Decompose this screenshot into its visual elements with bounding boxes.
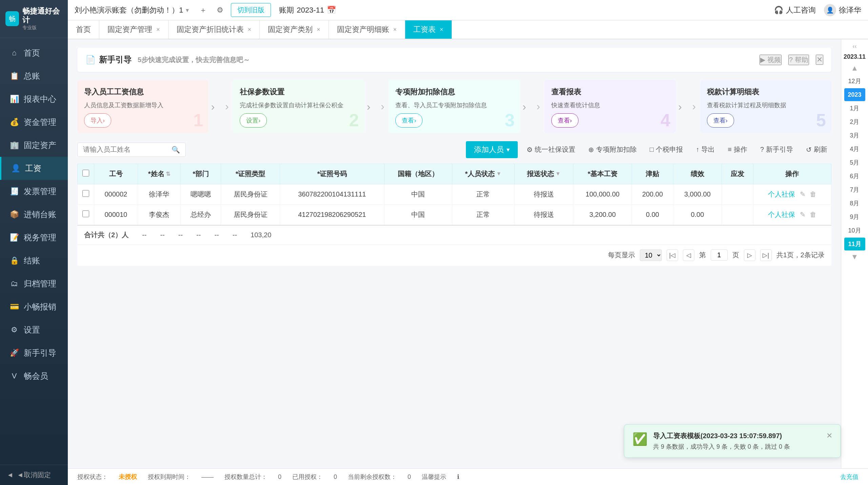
sidebar-item-inventory[interactable]: 📦 进销台账 <box>0 203 68 226</box>
tax-report-btn[interactable]: □ 个税申报 <box>646 142 687 157</box>
operate-btn[interactable]: ≡ 操作 <box>724 142 751 157</box>
name-sort-icon[interactable]: ⇅ <box>166 171 170 177</box>
select-all-checkbox[interactable] <box>82 170 89 176</box>
sidebar-footer[interactable]: ◄ ◄取消固定 <box>0 465 68 485</box>
tab-depreciation[interactable]: 固定资产折旧统计表× <box>169 20 260 39</box>
sidebar-item-finance[interactable]: 💰 资金管理 <box>0 111 68 134</box>
sidebar-item-guide[interactable]: 🚀 新手引导 <box>0 341 68 365</box>
sidebar-item-close[interactable]: 🔒 结账 <box>0 249 68 272</box>
step-btn-5[interactable]: 查看› <box>707 113 734 128</box>
rp-month-2月[interactable]: 2月 <box>844 115 865 128</box>
sidebar-item-reports[interactable]: 📊 报表中心 <box>0 88 68 111</box>
step-btn-1[interactable]: 导入› <box>84 113 111 128</box>
settings-btn[interactable]: ⚙ <box>214 4 226 16</box>
tab-close-fixed-asset[interactable]: × <box>156 26 160 33</box>
sidebar-label-fixed-assets: 固定资产 <box>24 140 56 151</box>
sidebar-item-archive[interactable]: 🗂 归档管理 <box>0 272 68 295</box>
calendar-icon[interactable]: 📅 <box>327 6 336 15</box>
last-page-btn[interactable]: ▷| <box>760 249 772 261</box>
right-panel: ‹‹ 2023.11 ▲ 12月20231月2月3月4月5月6月7月8月9月10… <box>841 39 868 485</box>
tab-close-asset-detail[interactable]: × <box>393 26 397 33</box>
sidebar-item-settings[interactable]: ⚙ 设置 <box>0 318 68 341</box>
row-delete-icon-0[interactable]: 🗑 <box>810 190 816 198</box>
tab-close-asset-type[interactable]: × <box>317 26 320 33</box>
step-arrow-2: › <box>376 80 389 133</box>
rp-month-11月[interactable]: 11月 <box>844 238 865 250</box>
step-btn-2[interactable]: 设置› <box>240 113 267 128</box>
recharge-link[interactable]: 去充值 <box>840 473 859 481</box>
sidebar-item-ledger[interactable]: 📋 总账 <box>0 64 68 88</box>
toast-close-btn[interactable]: ✕ <box>826 431 832 440</box>
guide-btn[interactable]: ? 新手引导 <box>756 142 797 157</box>
sidebar-item-payroll[interactable]: 👤 工资 <box>0 157 68 180</box>
row-name-0[interactable]: 徐泽华 <box>138 184 180 204</box>
status-filter-icon[interactable]: ▼ <box>496 171 501 177</box>
row-ops-link-0[interactable]: 个人社保 <box>768 190 795 198</box>
wizard-help-btn[interactable]: ? 帮助 <box>788 55 809 65</box>
wizard-close-btn[interactable]: ✕ <box>816 55 823 65</box>
row-name-1[interactable]: 李俊杰 <box>138 204 180 225</box>
auth-period-label: 授权到期时间： <box>148 473 191 481</box>
rp-month-3月[interactable]: 3月 <box>844 129 865 142</box>
row-ops-link-1[interactable]: 个人社保 <box>768 211 795 218</box>
panel-down-icon[interactable]: ▼ <box>850 251 860 263</box>
search-wrap: 🔍 <box>77 143 186 157</box>
panel-up-icon[interactable]: ▲ <box>850 62 860 74</box>
tab-close-payroll[interactable]: × <box>440 26 443 33</box>
row-status-0: 正常 <box>452 184 515 204</box>
row-check-0[interactable] <box>82 190 89 197</box>
report-filter-icon[interactable]: ▼ <box>555 171 561 177</box>
version-switch-btn[interactable]: 切到旧版 <box>231 3 271 17</box>
panel-expand-icon[interactable]: ‹‹ <box>853 43 857 50</box>
rp-month-7月[interactable]: 7月 <box>844 183 865 196</box>
add-person-btn[interactable]: 添加人员 ▾ <box>466 141 518 158</box>
step-btn-4[interactable]: 查看› <box>551 113 578 128</box>
sidebar-item-tax[interactable]: 📝 税务管理 <box>0 226 68 249</box>
rp-month-2023[interactable]: 2023 <box>844 88 865 101</box>
sidebar-item-invoices[interactable]: 🧾 发票管理 <box>0 180 68 203</box>
tab-fixed-asset[interactable]: 固定资产管理× <box>99 20 169 39</box>
tab-payroll[interactable]: 工资表× <box>405 20 452 39</box>
wizard-video-btn[interactable]: ▶ 视频 <box>760 55 782 65</box>
per-page-select[interactable]: 10 20 50 <box>640 249 662 261</box>
export-btn[interactable]: ↑ 导出 <box>692 142 719 157</box>
tab-close-depreciation[interactable]: × <box>248 26 252 33</box>
rp-month-1月[interactable]: 1月 <box>844 102 865 115</box>
rp-month-10月[interactable]: 10月 <box>844 224 865 237</box>
sidebar-item-fixed-assets[interactable]: 🏢 固定资产 <box>0 134 68 157</box>
prev-page-btn[interactable]: ◁ <box>683 249 694 261</box>
first-page-btn[interactable]: |◁ <box>667 249 678 261</box>
tab-home[interactable]: 首页 <box>68 20 99 39</box>
next-page-btn[interactable]: ▷ <box>744 249 755 261</box>
user-menu[interactable]: 👤 徐泽华 <box>824 4 861 16</box>
help-icon: ? <box>789 56 793 64</box>
account-selector[interactable]: 刘小艳演示账套（勿删勿动！）1 ▾ <box>75 5 189 15</box>
service-btn[interactable]: 🎧 人工咨询 <box>774 5 816 15</box>
auth-remain-label: 当前剩余授权数： <box>348 473 397 481</box>
row-payable-1 <box>722 204 753 225</box>
play-icon: ▶ <box>760 56 765 64</box>
row-edit-icon-1[interactable]: ✎ <box>800 211 806 218</box>
refresh-btn[interactable]: ↺ 刷新 <box>802 142 831 157</box>
page-input[interactable] <box>711 249 728 261</box>
special-deduct-btn[interactable]: ⊕ 专项附加扣除 <box>584 142 641 157</box>
row-delete-icon-1[interactable]: 🗑 <box>810 211 816 218</box>
sidebar-item-expense[interactable]: 💳 小畅报销 <box>0 295 68 318</box>
add-account-btn[interactable]: ＋ <box>197 4 209 16</box>
tab-asset-type[interactable]: 固定资产类别× <box>260 20 329 39</box>
social-insurance-btn[interactable]: ⚙ 统一社保设置 <box>522 142 579 157</box>
step-btn-3[interactable]: 查看› <box>395 113 422 128</box>
rp-month-9月[interactable]: 9月 <box>844 210 865 223</box>
tab-asset-detail[interactable]: 固定资产明细账× <box>329 20 406 39</box>
rp-month-8月[interactable]: 8月 <box>844 197 865 210</box>
rp-month-5月[interactable]: 5月 <box>844 156 865 169</box>
search-input[interactable] <box>83 146 169 153</box>
rp-month-4月[interactable]: 4月 <box>844 143 865 155</box>
sidebar-item-member[interactable]: V 畅会员 <box>0 365 68 388</box>
row-check-1[interactable] <box>82 210 89 217</box>
row-edit-icon-0[interactable]: ✎ <box>800 190 806 198</box>
rp-month-12月[interactable]: 12月 <box>844 75 865 88</box>
sidebar-item-home[interactable]: ⌂ 首页 <box>0 41 68 64</box>
rp-month-6月[interactable]: 6月 <box>844 170 865 183</box>
app-name: 畅捷通好会计 <box>22 7 63 25</box>
